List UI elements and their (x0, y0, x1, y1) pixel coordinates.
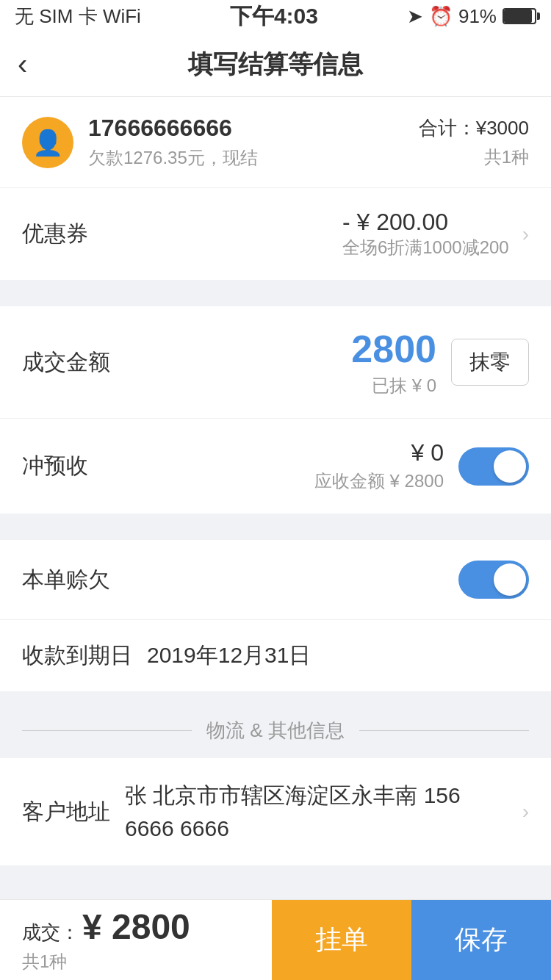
coupon-amount: - ¥ 200.00 (342, 209, 509, 236)
due-date-row: 收款到期日 2019年12月31日 (0, 619, 551, 691)
debt-toggle-knob (494, 563, 526, 596)
coupon-arrow-icon: › (522, 223, 529, 246)
coupon-right: - ¥ 200.00 全场6折满1000减200 › (342, 209, 529, 259)
coupon-amount-block: - ¥ 200.00 全场6折满1000减200 (342, 209, 509, 259)
status-right: ➤ ⏰ 91% (407, 5, 536, 28)
prepay-row: 冲预收 ¥ 0 应收金额 ¥ 2800 (0, 418, 551, 514)
customer-right: 合计：¥3000 共1种 (419, 115, 529, 169)
divider-line-left (22, 730, 192, 731)
coupon-row[interactable]: 优惠券 - ¥ 200.00 全场6折满1000减200 › (0, 188, 551, 280)
deal-row: 成交金额 2800 已抹 ¥ 0 抹零 (0, 306, 551, 418)
deal-sub: 已抹 ¥ 0 (351, 374, 436, 397)
address-label: 客户地址 (22, 797, 110, 827)
deal-amount-block: 2800 已抹 ¥ 0 (351, 327, 436, 397)
section-divider-2 (0, 525, 551, 540)
address-arrow-icon: › (522, 800, 529, 824)
prepay-toggle[interactable] (458, 447, 529, 486)
address-row[interactable]: 客户地址 张 北京市市辖区海淀区永丰南 156 6666 6666 › (0, 758, 551, 865)
footer-amount: ¥ 2800 (82, 907, 190, 947)
prepay-label: 冲预收 (22, 451, 88, 481)
battery-icon (503, 8, 536, 24)
location-icon: ➤ (407, 5, 423, 28)
debt-toggle[interactable] (458, 561, 529, 599)
footer-deal-row: 成交： ¥ 2800 (22, 907, 250, 947)
battery-percent: 91% (458, 5, 497, 28)
customer-card: 👤 17666666666 欠款1276.35元，现结 合计：¥3000 共1种… (0, 97, 551, 280)
deal-amount: 2800 (351, 327, 436, 371)
due-date-value: 2019年12月31日 (147, 641, 311, 671)
total-label: 合计：¥3000 (419, 115, 529, 141)
customer-row: 👤 17666666666 欠款1276.35元，现结 合计：¥3000 共1种 (0, 97, 551, 188)
prepay-right: ¥ 0 应收金额 ¥ 2800 (314, 439, 529, 493)
customer-phone: 17666666666 (88, 115, 258, 142)
sim-label: 无 SIM 卡 WiFi (15, 4, 141, 29)
status-bar: 无 SIM 卡 WiFi 下午4:03 ➤ ⏰ 91% (0, 0, 551, 32)
footer-count: 共1种 (22, 950, 250, 973)
deal-label: 成交金额 (22, 347, 110, 378)
prepay-amount-block: ¥ 0 应收金额 ¥ 2800 (314, 439, 444, 493)
round-button[interactable]: 抹零 (451, 339, 529, 386)
footer-deal-label: 成交： (22, 920, 79, 945)
avatar-icon: 👤 (32, 128, 63, 157)
coupon-label: 优惠券 (22, 219, 88, 249)
address-card: 客户地址 张 北京市市辖区海淀区永丰南 156 6666 6666 › (0, 758, 551, 865)
status-time: 下午4:03 (230, 1, 318, 32)
customer-info: 17666666666 欠款1276.35元，现结 (88, 115, 258, 170)
avatar: 👤 (22, 117, 73, 168)
debt-section: 本单赊欠 收款到期日 2019年12月31日 (0, 540, 551, 691)
due-date-label: 收款到期日 (22, 641, 132, 671)
deal-right: 2800 已抹 ¥ 0 抹零 (351, 327, 529, 397)
prepay-amount: ¥ 0 (314, 439, 444, 466)
main-content: 👤 17666666666 欠款1276.35元，现结 合计：¥3000 共1种… (0, 97, 551, 980)
divider-line-right (359, 730, 529, 731)
footer-info: 成交： ¥ 2800 共1种 (0, 907, 272, 973)
alarm-icon: ⏰ (429, 5, 453, 28)
logistics-divider: 物流 & 其他信息 (0, 703, 551, 758)
status-left: 无 SIM 卡 WiFi (15, 4, 141, 29)
coupon-desc: 全场6折满1000减200 (342, 236, 509, 259)
prepay-sub: 应收金额 ¥ 2800 (314, 469, 444, 493)
save-button[interactable]: 保存 (411, 900, 551, 981)
hold-button[interactable]: 挂单 (272, 900, 411, 981)
footer: 成交： ¥ 2800 共1种 挂单 保存 (0, 899, 551, 980)
debt-label: 本单赊欠 (22, 565, 110, 595)
total-count: 共1种 (419, 145, 529, 169)
nav-bar: ‹ 填写结算等信息 (0, 32, 551, 97)
address-content: 张 北京市市辖区海淀区永丰南 156 6666 6666 (125, 779, 515, 845)
debt-row: 本单赊欠 (0, 540, 551, 619)
customer-note: 欠款1276.35元，现结 (88, 146, 258, 170)
toggle-knob (494, 450, 526, 483)
section-divider-1 (0, 292, 551, 306)
customer-left: 👤 17666666666 欠款1276.35元，现结 (22, 115, 258, 170)
deal-section: 成交金额 2800 已抹 ¥ 0 抹零 冲预收 ¥ 0 应收金额 ¥ 2800 (0, 306, 551, 514)
page-title: 填写结算等信息 (188, 48, 363, 82)
logistics-divider-text: 物流 & 其他信息 (206, 718, 345, 743)
back-button[interactable]: ‹ (18, 48, 27, 81)
